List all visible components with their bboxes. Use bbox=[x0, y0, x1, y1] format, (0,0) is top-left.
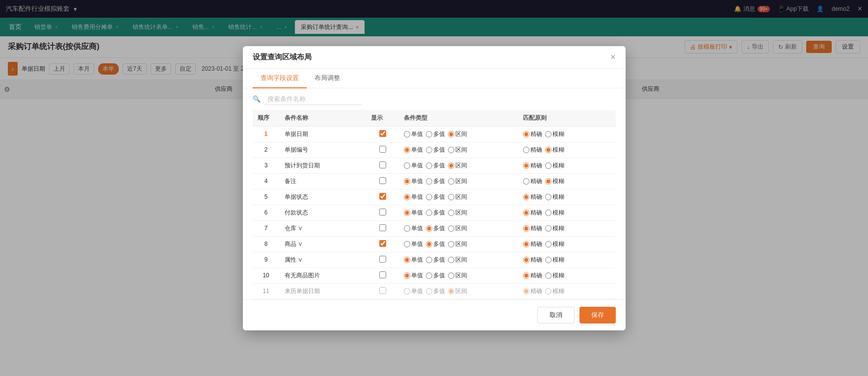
type-option-single-2[interactable]: 单值 bbox=[404, 146, 423, 154]
type-option-range-4[interactable]: 区间 bbox=[448, 177, 467, 186]
match-option-exact-11[interactable]: 精确 bbox=[523, 287, 542, 295]
condition-name-9: 属性 ∨ bbox=[280, 252, 367, 268]
display-checkbox-8[interactable] bbox=[379, 240, 386, 247]
match-option-exact-3[interactable]: 精确 bbox=[523, 161, 542, 170]
match-option-fuzzy-6[interactable]: 模糊 bbox=[545, 209, 564, 217]
match-option-exact-1[interactable]: 精确 bbox=[523, 130, 542, 138]
table-row: 4备注单值多值区间精确模糊 bbox=[253, 173, 616, 189]
match-option-fuzzy-1[interactable]: 模糊 bbox=[545, 130, 564, 138]
type-option-multi-9[interactable]: 多值 bbox=[426, 256, 445, 264]
table-row: 5单据状态单值多值区间精确模糊 bbox=[253, 189, 616, 205]
type-cell-3: 单值多值区间 bbox=[399, 158, 518, 173]
type-option-single-6[interactable]: 单值 bbox=[404, 209, 423, 217]
match-option-fuzzy-11[interactable]: 模糊 bbox=[545, 287, 564, 295]
type-option-single-5[interactable]: 单值 bbox=[404, 193, 423, 201]
condition-name-4: 备注 bbox=[280, 173, 367, 189]
display-checkbox-1[interactable] bbox=[379, 130, 386, 137]
match-option-exact-7[interactable]: 精确 bbox=[523, 224, 542, 233]
type-option-single-8[interactable]: 单值 bbox=[404, 240, 423, 248]
dialog-close-button[interactable]: × bbox=[610, 52, 616, 62]
order-number-11: 11 bbox=[263, 288, 269, 295]
type-option-range-3[interactable]: 区间 bbox=[448, 161, 467, 170]
type-option-single-11[interactable]: 单值 bbox=[404, 287, 423, 295]
dialog-tab-layout[interactable]: 布局调整 bbox=[307, 69, 348, 88]
display-checkbox-3[interactable] bbox=[379, 161, 386, 168]
type-cell-5: 单值多值区间 bbox=[399, 189, 518, 205]
match-option-fuzzy-5[interactable]: 模糊 bbox=[545, 193, 564, 201]
match-option-exact-5[interactable]: 精确 bbox=[523, 193, 542, 201]
type-option-multi-5[interactable]: 多值 bbox=[426, 193, 445, 201]
type-option-multi-2[interactable]: 多值 bbox=[426, 146, 445, 154]
th-order: 顺序 bbox=[253, 110, 280, 127]
match-option-fuzzy-3[interactable]: 模糊 bbox=[545, 161, 564, 170]
display-cell-2 bbox=[366, 142, 398, 158]
display-checkbox-11[interactable] bbox=[379, 287, 386, 294]
match-option-exact-8[interactable]: 精确 bbox=[523, 240, 542, 248]
search-icon: 🔍 bbox=[253, 95, 261, 103]
type-option-multi-8[interactable]: 多值 bbox=[426, 240, 445, 248]
dialog-header: 设置查询区域布局 × bbox=[243, 46, 626, 69]
type-option-multi-3[interactable]: 多值 bbox=[426, 161, 445, 170]
display-checkbox-10[interactable] bbox=[379, 271, 386, 278]
save-button[interactable]: 保存 bbox=[579, 307, 616, 323]
match-cell-4: 精确模糊 bbox=[518, 173, 616, 189]
match-option-exact-6[interactable]: 精确 bbox=[523, 209, 542, 217]
match-option-fuzzy-7[interactable]: 模糊 bbox=[545, 224, 564, 233]
type-option-single-7[interactable]: 单值 bbox=[404, 224, 423, 233]
display-cell-8 bbox=[366, 236, 398, 252]
cancel-button[interactable]: 取消 bbox=[537, 307, 575, 323]
type-option-single-4[interactable]: 单值 bbox=[404, 177, 423, 186]
display-checkbox-5[interactable] bbox=[379, 193, 386, 200]
order-number-10: 10 bbox=[263, 272, 269, 279]
display-checkbox-4[interactable] bbox=[379, 177, 386, 184]
match-option-fuzzy-4[interactable]: 模糊 bbox=[545, 177, 564, 186]
match-option-exact-10[interactable]: 精确 bbox=[523, 271, 542, 280]
match-cell-10: 精确模糊 bbox=[518, 268, 616, 283]
condition-name-10: 有无商品图片 bbox=[280, 268, 367, 283]
dialog-title: 设置查询区域布局 bbox=[253, 53, 312, 62]
type-cell-11: 单值多值区间 bbox=[399, 283, 518, 299]
order-number-3: 3 bbox=[264, 162, 268, 169]
match-option-fuzzy-8[interactable]: 模糊 bbox=[545, 240, 564, 248]
display-checkbox-2[interactable] bbox=[379, 146, 386, 153]
match-option-fuzzy-9[interactable]: 模糊 bbox=[545, 256, 564, 264]
table-row: 10有无商品图片单值多值区间精确模糊 bbox=[253, 268, 616, 283]
search-input[interactable] bbox=[263, 93, 362, 105]
type-option-range-5[interactable]: 区间 bbox=[448, 193, 467, 201]
display-checkbox-6[interactable] bbox=[379, 209, 386, 215]
type-option-multi-4[interactable]: 多值 bbox=[426, 177, 445, 186]
type-option-range-9[interactable]: 区间 bbox=[448, 256, 467, 264]
type-option-single-3[interactable]: 单值 bbox=[404, 161, 423, 170]
condition-name-3: 预计到货日期 bbox=[280, 158, 367, 173]
type-option-multi-7[interactable]: 多值 bbox=[426, 224, 445, 233]
match-option-exact-2[interactable]: 精确 bbox=[523, 146, 542, 154]
condition-name-8: 商品 ∨ bbox=[280, 236, 367, 252]
display-cell-4 bbox=[366, 173, 398, 189]
type-option-single-1[interactable]: 单值 bbox=[404, 130, 423, 138]
match-option-exact-9[interactable]: 精确 bbox=[523, 256, 542, 264]
type-option-range-6[interactable]: 区间 bbox=[448, 209, 467, 217]
display-checkbox-7[interactable] bbox=[379, 224, 386, 231]
match-option-fuzzy-2[interactable]: 模糊 bbox=[545, 146, 564, 154]
type-option-single-9[interactable]: 单值 bbox=[404, 256, 423, 264]
type-option-range-11[interactable]: 区间 bbox=[448, 287, 467, 295]
type-option-multi-10[interactable]: 多值 bbox=[426, 271, 445, 280]
order-number-2: 2 bbox=[264, 146, 268, 153]
match-option-fuzzy-10[interactable]: 模糊 bbox=[545, 271, 564, 280]
type-option-range-10[interactable]: 区间 bbox=[448, 271, 467, 280]
type-cell-6: 单值多值区间 bbox=[399, 205, 518, 220]
type-option-range-2[interactable]: 区间 bbox=[448, 146, 467, 154]
type-option-range-7[interactable]: 区间 bbox=[448, 224, 467, 233]
type-option-range-1[interactable]: 区间 bbox=[448, 130, 467, 138]
type-option-single-10[interactable]: 单值 bbox=[404, 271, 423, 280]
display-checkbox-9[interactable] bbox=[379, 256, 386, 263]
table-row: 11来历单据日期单值多值区间精确模糊 bbox=[253, 283, 616, 299]
type-option-multi-11[interactable]: 多值 bbox=[426, 287, 445, 295]
order-number-6: 6 bbox=[264, 209, 268, 216]
match-option-exact-4[interactable]: 精确 bbox=[523, 177, 542, 186]
dialog-tab-query-fields[interactable]: 查询字段设置 bbox=[253, 69, 307, 88]
type-option-range-8[interactable]: 区间 bbox=[448, 240, 467, 248]
order-number-8: 8 bbox=[264, 241, 268, 247]
type-option-multi-6[interactable]: 多值 bbox=[426, 209, 445, 217]
type-option-multi-1[interactable]: 多值 bbox=[426, 130, 445, 138]
